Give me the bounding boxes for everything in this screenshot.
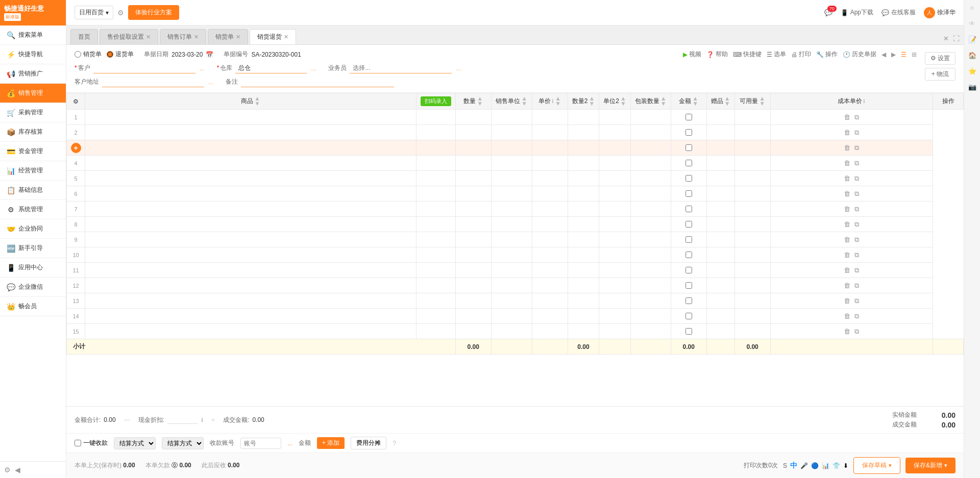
shortcut-btn[interactable]: ⌨ 快捷键 [733, 50, 762, 59]
qty-cell-12[interactable] [416, 278, 455, 293]
sidebar-item-finance[interactable]: 💳资金管理 [0, 142, 66, 161]
delete-row-11[interactable]: 🗑 [844, 266, 850, 274]
gift-cb-6[interactable] [685, 190, 692, 197]
unit-cell-3[interactable] [455, 140, 491, 156]
price-cell-7[interactable] [491, 202, 532, 217]
qty-cell-3[interactable] [416, 140, 455, 156]
pkg-cell-13[interactable] [599, 293, 631, 309]
help-btn[interactable]: ❓ 帮助 [706, 50, 728, 59]
tab-close-sales-order[interactable]: ✕ [194, 34, 199, 40]
cost-cell-6[interactable] [734, 186, 770, 202]
add-payment-btn[interactable]: + 添加 [317, 437, 345, 449]
product-cell-5[interactable] [85, 171, 416, 186]
account-dots[interactable]: ... [287, 440, 292, 447]
right-icon-3[interactable]: 📝 [968, 36, 976, 43]
unit2-cell-1[interactable] [568, 110, 599, 125]
avail-cell-11[interactable] [706, 263, 734, 278]
unit-cell-2[interactable] [455, 125, 491, 140]
tab-close-price-setting[interactable]: ✕ [146, 34, 151, 40]
table-settings-icon[interactable]: ⚙ [73, 98, 79, 105]
staff-input[interactable] [350, 63, 452, 73]
qty-cell-13[interactable] [416, 293, 455, 309]
product-cell-13[interactable] [85, 293, 416, 309]
delete-row-14[interactable]: 🗑 [844, 312, 850, 320]
taskbar-icon-1[interactable]: S [783, 462, 787, 469]
gift-cb-15[interactable] [685, 328, 692, 335]
product-cell-8[interactable] [85, 217, 416, 232]
pkg-cell-6[interactable] [599, 186, 631, 202]
delete-row-13[interactable]: 🗑 [844, 297, 850, 305]
delete-row-1[interactable]: 🗑 [844, 113, 850, 121]
copy-row-5[interactable]: ⧉ [854, 174, 859, 183]
product-cell-6[interactable] [85, 186, 416, 202]
qty2-cell-2[interactable] [532, 125, 568, 140]
qty-cell-4[interactable] [416, 156, 455, 171]
settings-icon[interactable]: ⚙ [4, 466, 11, 474]
sidebar-item-member[interactable]: 👑畅会员 [0, 297, 66, 316]
copy-row-11[interactable]: ⧉ [854, 266, 859, 274]
save-draft-arrow[interactable]: ▾ [889, 462, 892, 469]
amount-cell-10[interactable] [630, 247, 671, 263]
copy-row-2[interactable]: ⧉ [854, 129, 859, 137]
unit2-sort[interactable]: ▲▼ [620, 96, 626, 106]
qty-cell-8[interactable] [416, 217, 455, 232]
copy-row-4[interactable]: ⧉ [854, 159, 859, 167]
price-cell-9[interactable] [491, 232, 532, 247]
qty-input-14[interactable] [420, 313, 452, 320]
unit-cell-14[interactable] [455, 309, 491, 324]
amount-cell-3[interactable] [630, 140, 671, 156]
qty2-cell-4[interactable] [532, 156, 568, 171]
product-input-10[interactable] [88, 251, 413, 259]
collapse-icon[interactable]: ◀ [15, 466, 20, 474]
online-service-link[interactable]: 💬 在线客服 [881, 8, 916, 17]
amount-cell-6[interactable] [630, 186, 671, 202]
cost-cell-7[interactable] [734, 202, 770, 217]
qty2-cell-6[interactable] [532, 186, 568, 202]
amount-cell-2[interactable] [630, 125, 671, 140]
unit2-cell-10[interactable] [568, 247, 599, 263]
taskbar-icon-2[interactable]: 中 [790, 461, 797, 470]
taskbar-icon-6[interactable]: 👕 [832, 462, 840, 469]
amount-cell-8[interactable] [630, 217, 671, 232]
pkg-cell-8[interactable] [599, 217, 631, 232]
close-tab-btn[interactable]: ✕ [943, 35, 949, 42]
unit2-cell-7[interactable] [568, 202, 599, 217]
right-icon-2[interactable]: 👁 [969, 20, 975, 28]
one-key-cashier-cb[interactable]: 一键收款 [75, 439, 108, 447]
sidebar-item-search[interactable]: 🔍搜索菜单 [0, 26, 66, 45]
sales-delivery-radio[interactable]: 销货单 [75, 50, 102, 59]
taskbar-icon-7[interactable]: ⬇ [843, 462, 848, 469]
right-icon-4[interactable]: 🏠 [968, 52, 976, 59]
qty-input-3[interactable] [420, 144, 452, 152]
unit-cell-10[interactable] [455, 247, 491, 263]
address-input[interactable] [102, 77, 204, 87]
customer-lookup-btn[interactable]: ... [200, 65, 205, 72]
pkg-cell-1[interactable] [599, 110, 631, 125]
avail-cell-9[interactable] [706, 232, 734, 247]
gift-cb-9[interactable] [685, 236, 692, 243]
qty-cell-15[interactable] [416, 324, 455, 339]
copy-row-9[interactable]: ⧉ [854, 236, 859, 244]
price-cell-10[interactable] [491, 247, 532, 263]
copy-row-13[interactable]: ⧉ [854, 297, 859, 305]
copy-row-15[interactable]: ⧉ [854, 328, 859, 336]
gift-cb-3[interactable] [685, 144, 692, 151]
gift-cell-14[interactable] [671, 309, 706, 324]
tab-home[interactable]: 首页 [70, 29, 98, 44]
cost-cell-15[interactable] [734, 324, 770, 339]
history-btn[interactable]: 🕐 历史单据 [843, 50, 876, 59]
price-cell-6[interactable] [491, 186, 532, 202]
gift-cell-2[interactable] [671, 125, 706, 140]
next-doc-btn[interactable]: ▶ [891, 51, 896, 58]
qty-sort[interactable]: ▲▼ [477, 96, 483, 106]
cost-cell-11[interactable] [734, 263, 770, 278]
qty2-cell-13[interactable] [532, 293, 568, 309]
unit-cell-12[interactable] [455, 278, 491, 293]
avail-cell-4[interactable] [706, 156, 734, 171]
calendar-icon[interactable]: 📅 [206, 51, 213, 58]
product-input-4[interactable] [88, 160, 413, 167]
avail-cell-1[interactable] [706, 110, 734, 125]
return-radio[interactable]: 退货单 [107, 50, 134, 59]
price-cell-3[interactable] [491, 140, 532, 156]
gift-cb-1[interactable] [685, 114, 692, 120]
